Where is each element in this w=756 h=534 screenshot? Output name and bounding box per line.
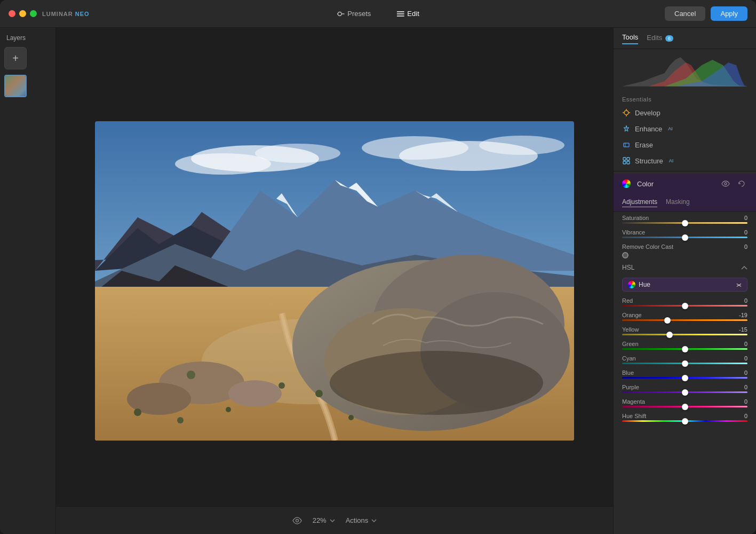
add-layer-button[interactable]: + xyxy=(4,47,27,69)
erase-tool[interactable]: Erase xyxy=(614,137,756,153)
hsl-purple-row: Purple 0 xyxy=(614,381,756,396)
color-visibility-btn[interactable] xyxy=(720,178,731,190)
hsl-blue-thumb[interactable] xyxy=(682,375,688,381)
hsl-hueshift-slider[interactable] xyxy=(622,420,747,422)
hsl-yellow-slider[interactable] xyxy=(622,334,747,335)
cancel-button[interactable]: Cancel xyxy=(665,6,705,21)
hsl-purple-value: 0 xyxy=(735,384,747,390)
hsl-purple-thumb[interactable] xyxy=(682,389,688,396)
divider-1 xyxy=(614,171,756,171)
minimize-button[interactable] xyxy=(19,10,26,17)
adjustments-tab[interactable]: Adjustments xyxy=(622,198,657,207)
hsl-orange-thumb[interactable] xyxy=(664,317,671,324)
hsl-orange-slider[interactable] xyxy=(622,319,747,321)
svg-rect-46 xyxy=(623,158,626,160)
hsl-magenta-slider[interactable] xyxy=(622,406,747,407)
vibrance-row: Vibrance 0 xyxy=(614,226,756,241)
hsl-hueshift-thumb[interactable] xyxy=(682,418,688,425)
svg-point-33 xyxy=(315,390,323,397)
hsl-title: HSL xyxy=(622,264,741,271)
edits-badge: 6 xyxy=(665,35,673,42)
enhance-icon xyxy=(622,124,631,133)
color-sub-tabs: Adjustments Masking xyxy=(614,194,756,212)
maximize-button[interactable] xyxy=(30,10,37,17)
remove-color-cast-label: Remove Color Cast xyxy=(622,244,673,250)
remove-color-cast-value: 0 xyxy=(735,244,747,250)
structure-tool[interactable]: Structure AI xyxy=(614,153,756,169)
structure-icon xyxy=(622,156,631,165)
svg-rect-48 xyxy=(623,161,626,164)
svg-point-39 xyxy=(624,111,628,115)
hsl-header[interactable]: HSL xyxy=(614,260,756,276)
remove-color-cast-label-row: Remove Color Cast 0 xyxy=(622,244,747,250)
hsl-green-value: 0 xyxy=(735,341,747,347)
hsl-purple-label: Purple xyxy=(622,384,639,390)
enhance-tool[interactable]: Enhance AI xyxy=(614,121,756,137)
edits-tab[interactable]: Edits 6 xyxy=(647,34,673,44)
develop-label: Develop xyxy=(635,109,660,117)
hsl-orange-label: Orange xyxy=(622,312,642,318)
hsl-magenta-row: Magenta 0 xyxy=(614,396,756,410)
hsl-yellow-label: Yellow xyxy=(622,326,639,333)
hsl-orange-value: -19 xyxy=(735,312,747,318)
actions-chevron-icon xyxy=(371,519,377,522)
layer-thumbnail[interactable] xyxy=(4,75,27,97)
hsl-blue-value: 0 xyxy=(735,370,747,376)
vibrance-slider[interactable] xyxy=(622,237,747,238)
hsl-green-thumb[interactable] xyxy=(682,346,688,352)
saturation-thumb[interactable] xyxy=(682,220,688,226)
hsl-mode-label: Hue xyxy=(639,281,650,288)
hsl-mode-select[interactable]: Hue xyxy=(622,278,747,292)
hsl-red-label: Red xyxy=(622,297,633,304)
edit-button[interactable]: Edit xyxy=(391,7,424,20)
hsl-purple-slider[interactable] xyxy=(622,391,747,393)
hsl-blue-row: Blue 0 xyxy=(614,367,756,381)
saturation-row: Saturation 0 xyxy=(614,212,756,226)
apply-button[interactable]: Apply xyxy=(711,6,747,21)
edit-label: Edit xyxy=(407,10,419,18)
hsl-green-slider[interactable] xyxy=(622,348,747,350)
right-panel: Tools Edits 6 xyxy=(613,28,756,534)
titlebar: LUMINAR NEO Presets Edit Cancel Apply xyxy=(0,0,756,28)
color-reset-icon xyxy=(738,180,745,187)
color-eye-icon xyxy=(721,180,730,187)
hsl-hueshift-row: Hue Shift 0 xyxy=(614,410,756,425)
tools-tab[interactable]: Tools xyxy=(622,33,638,44)
zoom-level: 22% xyxy=(313,516,327,524)
hsl-magenta-label: Magenta xyxy=(622,398,645,405)
hsl-orange-row: Orange -19 xyxy=(614,309,756,324)
close-button[interactable] xyxy=(9,10,15,17)
zoom-control[interactable]: 22% xyxy=(313,516,335,524)
hsl-yellow-thumb[interactable] xyxy=(666,332,673,338)
saturation-slider[interactable] xyxy=(622,222,747,224)
svg-point-38 xyxy=(296,519,298,522)
hsl-blue-slider[interactable] xyxy=(622,377,747,379)
hsl-cyan-slider[interactable] xyxy=(622,363,747,364)
actions-menu[interactable]: Actions xyxy=(346,516,377,524)
layers-title: Layers xyxy=(4,34,51,42)
titlebar-right: Cancel Apply xyxy=(665,6,747,21)
hsl-cyan-thumb[interactable] xyxy=(682,360,688,367)
hsl-red-value: 0 xyxy=(735,297,747,304)
presets-button[interactable]: Presets xyxy=(331,7,376,20)
develop-tool[interactable]: Develop xyxy=(614,105,756,121)
presets-label: Presets xyxy=(347,10,371,18)
presets-icon xyxy=(337,10,344,18)
visibility-toggle[interactable] xyxy=(292,517,302,524)
masking-tab[interactable]: Masking xyxy=(666,198,690,207)
photo-container xyxy=(95,121,574,441)
hsl-magenta-thumb[interactable] xyxy=(682,404,688,410)
hsl-red-thumb[interactable] xyxy=(682,303,688,309)
svg-point-34 xyxy=(226,407,231,412)
color-wheel-icon xyxy=(622,179,631,188)
hsl-green-row: Green 0 xyxy=(614,338,756,352)
color-reset-btn[interactable] xyxy=(736,178,747,190)
hsl-red-slider[interactable] xyxy=(622,305,747,307)
hsl-cyan-row: Cyan 0 xyxy=(614,352,756,367)
vibrance-thumb[interactable] xyxy=(682,234,688,241)
vibrance-value: 0 xyxy=(735,229,747,235)
zoom-chevron-icon xyxy=(330,519,335,522)
svg-point-30 xyxy=(228,380,282,407)
svg-point-36 xyxy=(134,409,141,416)
remove-color-cast-dot[interactable] xyxy=(622,252,628,258)
